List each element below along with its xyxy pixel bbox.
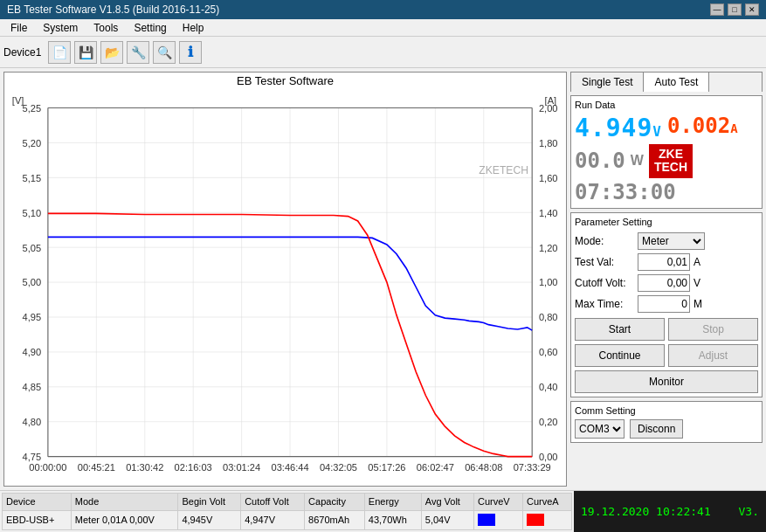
svg-text:2,00: 2,00 [539,103,558,114]
svg-text:05:17:26: 05:17:26 [368,462,405,473]
tabs: Single Test Auto Test [570,72,763,92]
adjust-button[interactable]: Adjust [668,344,758,367]
settings-icon[interactable]: 🔧 [127,41,149,64]
power-time-row: 00.0 W ZKE TECH [575,144,758,178]
com-port-dropdown[interactable]: COM3 COM1 COM2 COM4 [575,419,625,439]
menu-file[interactable]: File [3,20,34,36]
continue-button[interactable]: Continue [575,344,665,367]
svg-text:06:48:08: 06:48:08 [465,462,502,473]
test-val-row: Test Val: A [575,253,758,271]
col-capacity: Capacity [305,494,365,511]
voltage-display: 4.949V [575,114,662,142]
time-display: 07:33:00 [575,180,758,204]
mode-row: Mode: Meter Charge Discharge [575,232,758,250]
power-display: 00.0 [575,149,625,173]
cutoff-volt-val: 4,947V [241,510,305,529]
col-energy: Energy [364,494,421,511]
col-device: Device [3,494,72,511]
svg-text:03:46:44: 03:46:44 [271,462,308,473]
svg-text:02:16:03: 02:16:03 [175,462,212,473]
mode-dropdown[interactable]: Meter Charge Discharge [638,232,705,250]
svg-text:5,20: 5,20 [23,138,42,149]
test-val-input[interactable] [638,253,690,271]
title-bar: EB Tester Software V1.8.5 (Build 2016-11… [0,0,766,19]
max-time-label: Max Time: [575,298,638,310]
search-button[interactable]: 🔍 [153,41,176,64]
svg-text:04:32:05: 04:32:05 [320,462,357,473]
comm-setting-panel: Comm Setting COM3 COM1 COM2 COM4 Disconn [570,401,763,443]
menu-setting[interactable]: Setting [127,20,173,36]
energy-val: 43,70Wh [364,510,421,529]
close-button[interactable]: ✕ [745,3,759,16]
stop-button[interactable]: Stop [668,318,758,341]
begin-volt-val: 4,945V [178,510,241,529]
svg-text:06:02:47: 06:02:47 [417,462,454,473]
max-time-input[interactable] [638,295,690,313]
test-val-label: Test Val: [575,256,638,268]
comm-title: Comm Setting [575,405,758,416]
col-avg-volt: Avg Volt [421,494,473,511]
run-data-title: Run Data [575,100,758,110]
current-display: 0.002A [667,114,738,142]
device-mode: Meter 0,01A 0,00V [71,510,178,529]
svg-text:4,95: 4,95 [23,312,42,322]
svg-text:0,60: 0,60 [539,347,558,357]
col-curvea: CurveA [522,494,571,511]
menu-system[interactable]: System [36,20,85,36]
chart-title: EB Tester Software [4,73,566,89]
col-mode: Mode [71,494,178,511]
svg-text:5,05: 5,05 [23,243,42,253]
window-controls: — □ ✕ [710,3,759,16]
menu-bar: File System Tools Setting Help [0,19,766,37]
open-button[interactable]: 📂 [100,41,123,64]
svg-text:01:30:42: 01:30:42 [126,462,163,473]
max-time-unit: M [694,298,702,310]
start-button[interactable]: Start [575,318,665,341]
svg-text:1,80: 1,80 [539,138,558,149]
col-curvev: CurveV [474,494,523,511]
chart-svg: [V] [A] [4,89,566,485]
col-begin-volt: Begin Volt [178,494,241,511]
cutoff-volt-input[interactable] [638,274,690,292]
svg-text:4,85: 4,85 [23,382,42,392]
tab-auto-test[interactable]: Auto Test [644,73,709,92]
main-content: EB Tester Software [V] [A] [0,68,766,490]
tab-single-test[interactable]: Single Test [571,73,644,92]
svg-text:03:01:24: 03:01:24 [223,462,260,473]
new-button[interactable]: 📄 [48,41,71,64]
chart-area: EB Tester Software [V] [A] [3,72,567,487]
maximize-button[interactable]: □ [728,3,742,16]
svg-text:4,75: 4,75 [23,452,42,462]
svg-text:1,60: 1,60 [539,173,558,183]
version-text: V3. [739,505,759,518]
cutoff-volt-row: Cutoff Volt: V [575,274,758,292]
datetime-text: 19.12.2020 10:22:41 [581,505,711,518]
svg-text:5,15: 5,15 [23,173,42,183]
menu-tools[interactable]: Tools [86,20,125,36]
cutoff-volt-unit: V [694,277,700,289]
parameter-setting-panel: Parameter Setting Mode: Meter Charge Dis… [570,212,763,397]
info-button[interactable]: ℹ [179,41,202,64]
chart-container: [V] [A] [4,89,566,485]
save-button[interactable]: 💾 [74,41,97,64]
monitor-button[interactable]: Monitor [575,370,758,393]
power-unit: W [631,153,644,169]
svg-text:5,00: 5,00 [23,278,42,288]
menu-help[interactable]: Help [176,20,211,36]
comm-row: COM3 COM1 COM2 COM4 Disconn [575,419,758,439]
svg-text:5,25: 5,25 [23,103,42,114]
svg-text:1,20: 1,20 [539,243,558,253]
svg-text:0,00: 0,00 [539,452,558,462]
right-panel: Single Test Auto Test Run Data 4.949V 0.… [570,72,763,487]
svg-text:00:00:00: 00:00:00 [29,462,66,473]
toolbar: Device1 📄 💾 📂 🔧 🔍 ℹ [0,37,766,68]
cutoff-volt-label: Cutoff Volt: [575,277,638,289]
disconnect-button[interactable]: Disconn [630,419,683,439]
minimize-button[interactable]: — [710,3,724,16]
title-text: EB Tester Software V1.8.5 (Build 2016-11… [7,3,219,16]
zke-logo: ZKE TECH [649,144,693,178]
device-label: Device1 [3,46,41,59]
curvea-color [527,514,544,526]
svg-text:0,20: 0,20 [539,417,558,427]
avg-volt-val: 5,04V [421,510,473,529]
